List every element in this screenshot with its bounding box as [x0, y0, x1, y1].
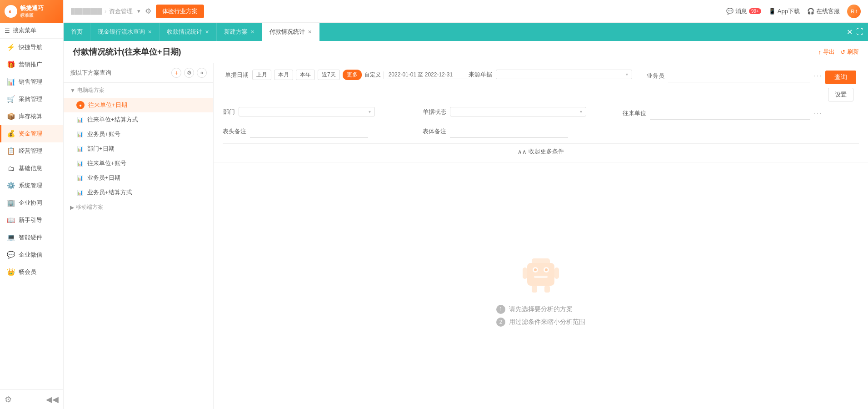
right-panel: 单据日期 上月 本月 本年 近7天 更多 自定义 [214, 63, 868, 409]
date-btn-more[interactable]: 更多 [343, 70, 362, 80]
source-arrow-icon: ▾ [626, 72, 628, 77]
breadcrumb: ████████ › 资金管理 [71, 7, 133, 15]
scheme-item-staff-account[interactable]: 📊 业务员+账号 [64, 127, 213, 141]
mobile-group-label: 移动端方案 [76, 203, 103, 211]
sidebar-item-hardware[interactable]: 💻 智能硬件 [0, 229, 63, 246]
settings-button[interactable]: 设置 [828, 88, 853, 101]
empty-tip-2: 2 用过滤条件来缩小分析范围 [496, 318, 585, 327]
body-note-input[interactable] [450, 125, 568, 138]
tab-payment[interactable]: 付款情况统计 ✕ [262, 23, 319, 41]
sidebar-item-system[interactable]: ⚙️ 系统管理 [0, 177, 63, 194]
partner-dots-btn[interactable]: ··· [814, 109, 823, 117]
empty-tip-1: 1 请先选择要分析的方案 [496, 305, 585, 314]
unit-settle-label: 往来单位+结算方式 [87, 116, 138, 124]
app-download-btn[interactable]: 📱 App下载 [768, 7, 800, 15]
messages-btn[interactable]: 💬 消息 99+ [726, 7, 761, 15]
scheme-item-staff-settle[interactable]: 📊 业务员+结算方式 [64, 185, 213, 200]
refresh-btn[interactable]: ↺ 刷新 [840, 48, 859, 56]
scheme-item-unit-account[interactable]: 📊 往来单位+账号 [64, 156, 213, 171]
sidebar-item-enterprise[interactable]: 🏢 企业协同 [0, 194, 63, 212]
export-icon: ↑ [818, 49, 822, 56]
online-service-label: 在线客服 [816, 7, 840, 15]
tab-receipt[interactable]: 收款情况统计 ✕ [160, 23, 217, 41]
sidebar-item-wechat[interactable]: 💬 企业微信 [0, 246, 63, 263]
refresh-icon: ↺ [840, 49, 845, 56]
wechat-icon: 💬 [7, 251, 15, 259]
sidebar: 6 畅捷通巧 标准版 ☰ 搜索菜单 ⚡ 快捷导航 🎁 营销推广 📊 销售管理 🛒… [0, 0, 64, 409]
fullscreen-icon[interactable]: ⛶ [856, 28, 863, 36]
tab-new-plan[interactable]: 新建方案 ✕ [217, 23, 262, 41]
page-title: 付款情况统计(往来单位+日期) [73, 46, 181, 57]
svg-point-7 [545, 268, 548, 271]
date-btn-this-year[interactable]: 本年 [296, 70, 315, 80]
sidebar-header: 6 畅捷通巧 标准版 [0, 0, 63, 23]
source-select[interactable]: ▾ [496, 70, 632, 79]
collapse-plan-btn[interactable]: « [197, 68, 207, 78]
tab-home[interactable]: 首页 [64, 23, 90, 41]
new-plan-tab-close[interactable]: ✕ [250, 29, 254, 35]
sidebar-item-vip[interactable]: 👑 畅会员 [0, 263, 63, 281]
sidebar-item-operation[interactable]: 📋 经营管理 [0, 142, 63, 160]
body-note-label: 表体备注 [423, 127, 450, 136]
sidebar-item-marketing[interactable]: 🎁 营销推广 [0, 56, 63, 73]
query-button[interactable]: 查询 [825, 71, 856, 84]
trial-btn[interactable]: 体验行业方案 [156, 5, 204, 18]
scheme-item-dept-date[interactable]: 📊 部门+日期 [64, 141, 213, 156]
header-note-label: 表头备注 [223, 127, 250, 136]
sidebar-item-basic[interactable]: 🗂 基础信息 [0, 160, 63, 177]
add-plan-btn[interactable]: + [171, 68, 181, 78]
unit-date-label: 往来单位+日期 [88, 101, 127, 109]
collapse-btn[interactable]: ∧∧ 收起更多条件 [518, 147, 564, 156]
search-icon: ☰ [5, 27, 10, 34]
scheme-item-unit-date[interactable]: ● 往来单位+日期 [64, 98, 213, 112]
settings-icon[interactable]: ⚙ [145, 7, 151, 15]
desktop-group-header[interactable]: ▼ 电脑端方案 [64, 83, 213, 98]
export-btn[interactable]: ↑ 导出 [818, 48, 835, 56]
chevron-down-icon[interactable]: ▾ [137, 8, 140, 15]
staff-label: 业务员 [645, 72, 668, 80]
sidebar-item-guide[interactable]: 📖 新手引导 [0, 212, 63, 229]
bank-tab-close[interactable]: ✕ [148, 29, 152, 35]
online-service-btn[interactable]: 🎧 在线客服 [807, 7, 840, 15]
staff-input[interactable] [668, 70, 810, 82]
dept-select[interactable]: ▾ [239, 107, 375, 116]
sidebar-footer: ⚙ ◀◀ [0, 389, 63, 409]
unit-date-icon: ● [76, 101, 85, 109]
date-btn-last-7[interactable]: 近7天 [318, 70, 340, 80]
payment-tab-close[interactable]: ✕ [308, 29, 312, 35]
sidebar-item-sales[interactable]: 📊 销售管理 [0, 73, 63, 91]
collapse-sidebar-icon[interactable]: ◀◀ [46, 394, 59, 404]
empty-tips: 1 请先选择要分析的方案 2 用过滤条件来缩小分析范围 [496, 305, 585, 327]
sidebar-item-capital[interactable]: 💰 资金管理 [0, 125, 63, 142]
svg-point-6 [534, 268, 537, 271]
staff-account-icon: 📊 [76, 131, 84, 138]
header-note-input[interactable] [250, 125, 368, 138]
scheme-item-unit-settle[interactable]: 📊 往来单位+结算方式 [64, 112, 213, 127]
user-avatar[interactable]: Rit [847, 5, 861, 18]
form-row-1: 单据日期 上月 本月 本年 近7天 更多 自定义 [223, 70, 859, 101]
date-field: 单据日期 上月 本月 本年 近7天 更多 自定义 [223, 70, 469, 80]
export-label: 导出 [823, 48, 835, 56]
settings-gear-icon[interactable]: ⚙ [5, 394, 12, 404]
mobile-group-header[interactable]: ▶ 移动端方案 [64, 200, 213, 215]
scheme-item-staff-date[interactable]: 📊 业务员+日期 [64, 171, 213, 185]
sidebar-item-inventory[interactable]: 📦 库存核算 [0, 108, 63, 125]
date-range-input[interactable] [387, 71, 469, 79]
partner-input[interactable] [650, 107, 810, 120]
avatar-text: Rit [851, 9, 857, 14]
date-custom-label[interactable]: 自定义 [364, 71, 381, 79]
date-btn-this-month[interactable]: 本月 [274, 70, 293, 80]
doc-status-select[interactable]: ▾ [450, 107, 586, 116]
receipt-tab-close[interactable]: ✕ [205, 29, 209, 35]
staff-dots-btn[interactable]: ··· [814, 72, 823, 80]
close-all-tabs-icon[interactable]: ✕ [847, 28, 853, 36]
staff-settle-icon: 📊 [76, 189, 84, 196]
sidebar-item-quick-nav[interactable]: ⚡ 快捷导航 [0, 39, 63, 56]
plan-settings-btn[interactable]: ⚙ [184, 68, 194, 78]
collapse-label: 收起更多条件 [529, 147, 564, 156]
sidebar-search[interactable]: ☰ 搜索菜单 [0, 23, 63, 39]
date-btn-last-month[interactable]: 上月 [252, 70, 271, 80]
sidebar-item-purchase[interactable]: 🛒 采购管理 [0, 91, 63, 108]
tab-bank[interactable]: 现金银行流水查询 ✕ [90, 23, 160, 41]
topbar-left: ████████ › 资金管理 ▾ ⚙ 体验行业方案 [71, 5, 204, 18]
